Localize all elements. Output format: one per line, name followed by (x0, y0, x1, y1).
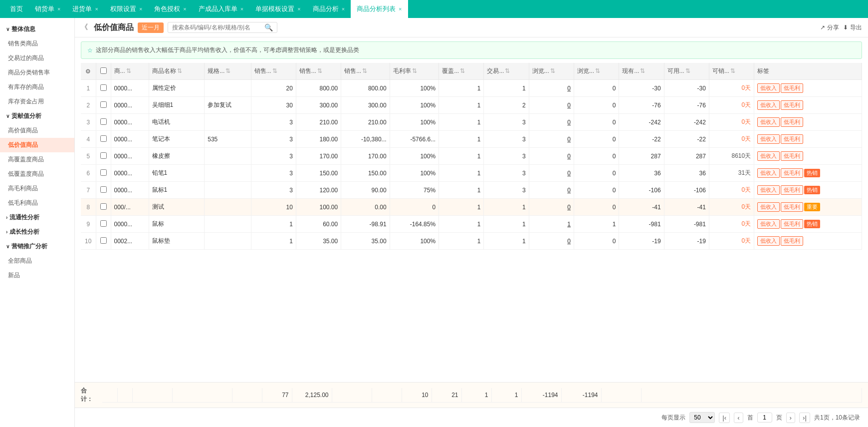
row-select-checkbox[interactable] (100, 84, 107, 91)
sidebar-item-high-value[interactable]: 高价值商品 (0, 123, 74, 138)
view1-link[interactable]: 0 (567, 170, 571, 177)
close-icon[interactable]: × (183, 6, 186, 12)
nav-product-analysis[interactable]: 商品分析 × (307, 0, 351, 18)
close-icon[interactable]: × (297, 6, 300, 12)
row-select-checkbox[interactable] (100, 203, 107, 210)
row-view1[interactable]: 0 (529, 114, 574, 131)
view1-link[interactable]: 0 (567, 119, 571, 126)
nav-product-storage[interactable]: 产成品入库单 × (193, 0, 249, 18)
sidebar-item-high-margin[interactable]: 高毛利商品 (0, 181, 74, 196)
page-number-input[interactable] (757, 413, 772, 423)
sidebar-item-category-sales-rate[interactable]: 商品分类销售率 (0, 65, 74, 80)
view1-link[interactable]: 0 (567, 187, 571, 194)
row-checkbox[interactable] (96, 182, 111, 199)
close-icon[interactable]: × (139, 6, 142, 12)
view1-link[interactable]: 0 (567, 85, 571, 92)
row-select-checkbox[interactable] (100, 152, 107, 159)
row-view1[interactable]: 0 (529, 97, 574, 114)
close-icon[interactable]: × (342, 6, 345, 12)
row-select-checkbox[interactable] (100, 135, 107, 142)
sidebar-group-overall[interactable]: ∨ 整体信息 (0, 22, 74, 36)
nav-product-analysis-list[interactable]: 商品分析列表 × (351, 0, 408, 18)
row-checkbox[interactable] (96, 131, 111, 148)
row-select-checkbox[interactable] (100, 237, 107, 244)
row-code: 000/... (111, 199, 149, 216)
sidebar-item-low-margin[interactable]: 低毛利商品 (0, 196, 74, 210)
row-settings: 8 (81, 199, 96, 216)
share-button[interactable]: ↗ 分享 (820, 23, 839, 32)
col-settings[interactable]: ⚙ (81, 63, 96, 80)
view1-link[interactable]: 0 (567, 136, 571, 143)
sidebar-item-traded-products[interactable]: 交易过的商品 (0, 51, 74, 65)
table-container[interactable]: ⚙ 商...⇅ 商品名称⇅ 规格...⇅ 销售...⇅ 销售...⇅ 销售...… (75, 63, 868, 382)
close-icon[interactable]: × (95, 6, 98, 12)
sidebar-item-all-products[interactable]: 全部商品 (0, 254, 74, 268)
close-icon[interactable]: × (240, 6, 243, 12)
close-icon[interactable]: × (57, 6, 60, 12)
row-checkbox[interactable] (96, 216, 111, 233)
row-current-stock: 287 (619, 148, 664, 165)
nav-home[interactable]: 首页 (4, 0, 29, 18)
row-tags: 低收入低毛利热销 (754, 182, 862, 199)
view1-link[interactable]: 0 (567, 238, 571, 245)
sidebar-group-circulation[interactable]: › 流通性分析 (0, 210, 74, 225)
nav-sales-order[interactable]: 销货单 × (29, 0, 66, 18)
nav-permission[interactable]: 权限设置 × (104, 0, 148, 18)
row-select-checkbox[interactable] (100, 220, 107, 227)
sidebar-group-growth[interactable]: › 成长性分析 (0, 225, 74, 239)
page-size-select[interactable]: 50 100 200 (689, 412, 715, 423)
sidebar-item-high-coverage[interactable]: 高覆盖度商品 (0, 152, 74, 167)
row-checkbox[interactable] (96, 114, 111, 131)
sidebar-item-stock-products[interactable]: 有库存的商品 (0, 80, 74, 94)
row-view1[interactable]: 0 (529, 131, 574, 148)
prev-page-button[interactable]: ‹ (734, 413, 743, 423)
view1-link[interactable]: 1 (567, 221, 571, 228)
row-checkbox[interactable] (96, 80, 111, 97)
tag: 低收入 (757, 236, 780, 246)
row-select-checkbox[interactable] (100, 101, 107, 108)
sidebar-item-low-value[interactable]: 低价值商品 (0, 138, 74, 152)
row-view1[interactable]: 0 (529, 148, 574, 165)
row-sales-amount: 150.00 (341, 165, 390, 182)
col-checkbox[interactable] (96, 63, 111, 80)
last-page-button[interactable]: ›| (799, 413, 810, 423)
nav-template[interactable]: 单据模板设置 × (249, 0, 306, 18)
view1-link[interactable]: 0 (567, 204, 571, 211)
row-checkbox[interactable] (96, 148, 111, 165)
filter-button[interactable]: 近一月 (138, 22, 164, 33)
sidebar-item-new-products[interactable]: 新品 (0, 268, 74, 283)
first-page-button[interactable]: |‹ (719, 413, 730, 423)
row-view1[interactable]: 0 (529, 80, 574, 97)
row-checkbox[interactable] (96, 97, 111, 114)
row-view1[interactable]: 0 (529, 233, 574, 250)
export-button[interactable]: ⬇ 导出 (843, 23, 862, 32)
row-view1[interactable]: 0 (529, 199, 574, 216)
row-view1[interactable]: 0 (529, 182, 574, 199)
row-select-checkbox[interactable] (100, 118, 107, 125)
sidebar-group-marketing[interactable]: ∨ 营销推广分析 (0, 239, 74, 254)
row-select-checkbox[interactable] (100, 169, 107, 176)
row-coverage: 1 (439, 165, 484, 182)
search-input[interactable] (172, 24, 264, 31)
row-checkbox[interactable] (96, 233, 111, 250)
row-coverage: 1 (439, 199, 484, 216)
row-checkbox[interactable] (96, 165, 111, 182)
view1-link[interactable]: 0 (567, 153, 571, 160)
close-icon[interactable]: × (399, 6, 402, 12)
nav-role[interactable]: 角色授权 × (148, 0, 192, 18)
sidebar-group-contribution[interactable]: ∨ 贡献值分析 (0, 109, 74, 123)
row-sales-amount: 0.00 (341, 199, 390, 216)
next-page-button[interactable]: › (786, 413, 795, 423)
sidebar-item-stock-capital[interactable]: 库存资金占用 (0, 94, 74, 109)
row-checkbox[interactable] (96, 199, 111, 216)
row-view1[interactable]: 1 (529, 216, 574, 233)
row-view1[interactable]: 0 (529, 165, 574, 182)
row-select-checkbox[interactable] (100, 186, 107, 193)
collapse-sidebar-button[interactable]: 《 (81, 23, 88, 32)
search-icon[interactable]: 🔍 (264, 23, 273, 31)
nav-purchase-order[interactable]: 进货单 × (66, 0, 104, 18)
sidebar-item-low-coverage[interactable]: 低覆盖度商品 (0, 167, 74, 181)
select-all-checkbox[interactable] (100, 67, 107, 74)
view1-link[interactable]: 0 (567, 102, 571, 109)
sidebar-item-sales-products[interactable]: 销售类商品 (0, 36, 74, 51)
